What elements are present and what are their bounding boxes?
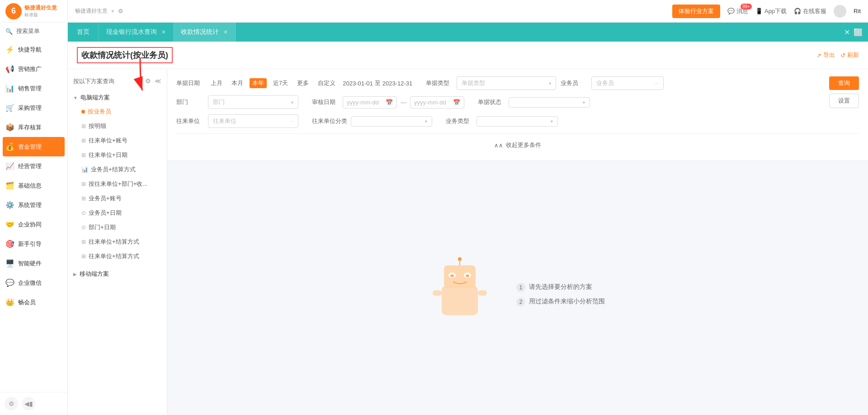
tree-item-salesperson-date[interactable]: ⊙ 业务员+日期	[68, 206, 167, 220]
counterpart-input[interactable]: 往来单位 ···	[208, 114, 298, 128]
tree-item-unit-settlement2[interactable]: ⊞ 往来单位+结算方式	[68, 249, 167, 264]
trial-button[interactable]: 体验行业方案	[672, 5, 720, 18]
sidebar-item-inventory[interactable]: 📦 库存核算	[0, 118, 67, 137]
bank-flow-tab-label: 现金银行流水查询	[106, 28, 157, 36]
counterpart-label: 往来单位	[176, 117, 203, 125]
sidebar-search[interactable]: 🔍 搜索菜单	[0, 23, 67, 40]
date-tab-this-year[interactable]: 本年	[250, 78, 267, 88]
online-service[interactable]: 🎧 在线客服	[794, 7, 826, 15]
sidebar-item-member[interactable]: 👑 畅会员	[0, 292, 67, 312]
sidebar-settings-btn[interactable]: ⚙	[5, 397, 18, 410]
item-salesperson-date-label: 业务员+日期	[89, 209, 122, 217]
date-tab-custom[interactable]: 自定义	[315, 78, 338, 88]
doc-type-select[interactable]: 单据类型 ▾	[457, 76, 556, 90]
sidebar-label-inventory: 库存核算	[18, 123, 42, 132]
tree-item-salesperson-settlement[interactable]: 📊 业务员+结算方式	[68, 162, 167, 177]
message-badge: 99+	[741, 4, 752, 9]
marketing-icon: 📢	[5, 65, 14, 73]
salesperson-select[interactable]: 业务员 ···	[591, 76, 664, 90]
item-unit-settlement2-label: 往来单位+结算方式	[89, 252, 139, 260]
item-unit-account-label: 往来单位+账号	[89, 137, 127, 145]
collapse-icon: ∧∧	[494, 142, 503, 149]
mobile-section-header[interactable]: ▶ 移动端方案	[68, 267, 167, 281]
sidebar-label-marketing: 营销推广	[18, 65, 42, 73]
tree-item-unit-settlement[interactable]: ⊞ 往来单位+结算方式	[68, 235, 167, 249]
sidebar-label-guide: 新手引导	[18, 240, 42, 248]
tree-item-by-salesperson[interactable]: 按业务员	[68, 104, 167, 119]
logo-text-area: 畅捷通好生意 标准版	[24, 4, 57, 18]
svg-point-5	[466, 274, 469, 277]
tree-item-unit-date[interactable]: ⊞ 往来单位+日期	[68, 148, 167, 162]
header-gear-icon[interactable]: ⚙	[118, 8, 123, 14]
sidebar-item-enterprise[interactable]: 🤝 企业协同	[0, 215, 67, 234]
tree-item-dept-date[interactable]: ⊙ 部门+日期	[68, 220, 167, 235]
filter-area: 单据日期 上月 本月 本年 近7天 更多 自定义	[167, 69, 868, 160]
date-tab-this-month[interactable]: 本月	[229, 78, 246, 88]
sidebar-item-purchase[interactable]: 🛒 采购管理	[0, 98, 67, 118]
bank-flow-tab-close[interactable]: ✕	[161, 29, 166, 35]
sidebar-label-operations: 经营管理	[18, 162, 42, 170]
doc-status-arrow-icon: ▾	[583, 100, 585, 105]
panel-gear-btn[interactable]: ⚙	[145, 77, 151, 85]
logo-area: 6 畅捷通好生意 标准版	[0, 0, 67, 23]
mobile-section-label: 移动端方案	[80, 270, 109, 278]
review-date-start-input[interactable]: yyyy-mm-dd 📅	[343, 96, 397, 108]
date-tab-more[interactable]: 更多	[294, 78, 311, 88]
left-panel: 按以下方案查询 ＋ ⚙ ≪ ▼ 电脑端方案	[68, 69, 167, 415]
collapse-more-btn[interactable]: ∧∧ 收起更多条件	[176, 137, 859, 153]
tab-collection-stats[interactable]: 收款情况统计 ✕	[174, 23, 236, 42]
sidebar-item-guide[interactable]: 🎯 新手引导	[0, 234, 67, 254]
collection-stats-tab-close[interactable]: ✕	[223, 29, 228, 35]
svg-rect-6	[433, 290, 442, 296]
sidebar-item-wechat[interactable]: 💬 企业微信	[0, 273, 67, 292]
date-range: 2023-01-01 至 2023-12-31	[343, 79, 412, 87]
sidebar-item-hardware[interactable]: 🖥️ 智能硬件	[0, 254, 67, 273]
refresh-button[interactable]: ↺ 刷新	[840, 51, 859, 59]
sidebar-item-finance[interactable]: 💰 资金管理	[3, 137, 65, 156]
export-button[interactable]: ↗ 导出	[816, 51, 835, 59]
sidebar-item-quick-nav[interactable]: ⚡ 快捷导航	[0, 40, 67, 59]
home-tab-label: 首页	[77, 28, 90, 36]
message-area[interactable]: 💬 消息 99+	[727, 7, 748, 15]
date-start: 2023-01-01	[343, 80, 373, 87]
counterpart-category-select[interactable]: ▾	[351, 116, 432, 127]
business-type-select[interactable]: ▾	[476, 116, 558, 127]
review-date-end-input[interactable]: yyyy-mm-dd 📅	[410, 96, 464, 108]
sidebar-item-system[interactable]: ⚙️ 系统管理	[0, 195, 67, 215]
unit-settlement2-icon: ⊞	[81, 253, 86, 259]
tab-maximize-btn[interactable]: ⬜	[854, 28, 863, 37]
sidebar-item-operations[interactable]: 📈 经营管理	[0, 156, 67, 176]
sidebar-label-hardware: 智能硬件	[18, 259, 42, 268]
tree-item-by-detail[interactable]: ⊞ 按明细	[68, 119, 167, 133]
sidebar-item-basic[interactable]: 🗂️ 基础信息	[0, 176, 67, 195]
panel-add-btn[interactable]: ＋	[135, 77, 142, 85]
dept-select[interactable]: 部门 ▾	[208, 95, 298, 109]
settings-button[interactable]: 设置	[829, 94, 859, 108]
user-avatar[interactable]	[834, 5, 846, 18]
panel-header-actions: ＋ ⚙ ≪	[135, 77, 161, 85]
date-tab-last-month[interactable]: 上月	[208, 78, 225, 88]
doc-status-select[interactable]: ▾	[509, 97, 590, 108]
sidebar-collapse-btn[interactable]: ◀▮	[22, 397, 35, 410]
app-download[interactable]: 📱 App下载	[755, 7, 787, 15]
tree-item-unit-dept-collection[interactable]: ⊞ 按往来单位+部门+收...	[68, 177, 167, 191]
desktop-section-header[interactable]: ▼ 电脑端方案	[68, 91, 167, 104]
tab-bank-flow[interactable]: 现金银行流水查询 ✕	[99, 23, 174, 42]
business-type-group: 业务类型 ▾	[446, 116, 558, 127]
date-tab-7days[interactable]: 近7天	[270, 78, 291, 88]
svg-point-9	[458, 257, 462, 261]
review-date-sep: —	[401, 99, 406, 106]
sidebar-item-sales[interactable]: 📊 销售管理	[0, 79, 67, 98]
filter-row-1: 单据日期 上月 本月 本年 近7天 更多 自定义	[176, 76, 822, 128]
tree-item-salesperson-account[interactable]: ⊞ 业务员+账号	[68, 191, 167, 206]
robot-svg	[430, 256, 489, 320]
tab-home[interactable]: 首页	[68, 23, 99, 42]
tree-section-mobile: ▶ 移动端方案	[68, 265, 167, 283]
panel-collapse-btn[interactable]: ≪	[155, 77, 161, 85]
sidebar-item-marketing[interactable]: 📢 营销推广	[0, 59, 67, 79]
counterpart-category-arrow: ▾	[425, 119, 427, 124]
tree-item-unit-account[interactable]: ⊞ 往来单位+账号	[68, 133, 167, 148]
counterpart-category-group: 往来单位分类 ▾	[312, 116, 432, 127]
query-button[interactable]: 查询	[829, 76, 859, 90]
tab-close-all-btn[interactable]: ✕	[844, 28, 850, 37]
